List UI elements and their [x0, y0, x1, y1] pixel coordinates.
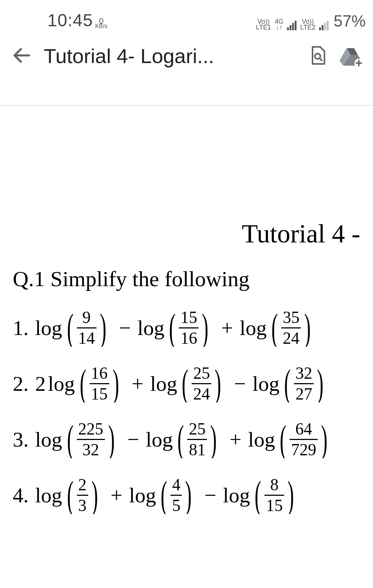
back-icon[interactable]	[11, 44, 33, 68]
log-term: −log(815)	[199, 476, 297, 514]
battery-percent: 57%	[334, 12, 366, 30]
question-heading: Q.1 Simplify the following	[13, 266, 360, 292]
divider	[0, 105, 373, 106]
volte2-bot: LTE2	[300, 24, 315, 30]
network-4g-indicator: 4G ↓↑	[275, 19, 283, 30]
data-rate-unit: KB/s	[95, 24, 107, 29]
svg-line-2	[320, 58, 322, 60]
log-term: −log(2581)	[122, 421, 220, 458]
log-term: −log(3227)	[229, 365, 327, 402]
item-number: 3.	[13, 427, 29, 452]
item-number: 2.	[13, 371, 29, 396]
log-term: +log(64729)	[224, 421, 331, 458]
network-arrows: ↓↑	[276, 24, 282, 30]
question-item: 2.2log(1615)+log(2524)−log(3227)	[13, 365, 360, 402]
question-item: 4.log(23)+log(45)−log(815)	[13, 476, 360, 514]
status-left: 10:45 0 KB/s	[47, 10, 107, 30]
question-item: 3.log(22532)−log(2581)+log(64729)	[13, 421, 360, 458]
status-clock: 10:45	[47, 10, 93, 30]
volte2-indicator: Vo)) LTE2	[300, 19, 315, 30]
drive-add-icon[interactable]	[339, 46, 362, 66]
log-term: −log(1516)	[114, 309, 212, 347]
find-in-document-icon[interactable]	[307, 45, 328, 67]
volte1-bot: LTE1	[256, 24, 271, 30]
app-bar: Tutorial 4- Logari...	[0, 33, 373, 82]
log-term: log(22532)	[35, 421, 118, 458]
question-item: 1.log(914)−log(1516)+log(3524)	[13, 309, 360, 347]
log-term: +log(45)	[106, 476, 195, 514]
volte1-indicator: Vo)) LTE1	[256, 19, 271, 30]
signal-sim1-icon	[287, 20, 297, 30]
status-right: Vo)) LTE1 4G ↓↑ Vo)) LTE2 57%	[256, 12, 366, 30]
document-body: Tutorial 4 - Q.1 Simplify the following …	[0, 219, 373, 514]
log-term: log(23)	[35, 476, 101, 514]
log-term: +log(2524)	[127, 365, 225, 402]
status-bar: 10:45 0 KB/s Vo)) LTE1 4G ↓↑ Vo)) LTE2 5…	[0, 0, 373, 33]
tutorial-heading: Tutorial 4 -	[13, 219, 360, 249]
log-term: 2log(1615)	[35, 365, 122, 402]
item-number: 4.	[13, 483, 29, 507]
log-term: +log(3524)	[216, 309, 314, 347]
status-data-rate: 0 KB/s	[95, 18, 107, 29]
signal-sim2-icon	[319, 20, 329, 30]
log-term: log(914)	[35, 309, 110, 347]
item-number: 1.	[13, 316, 29, 340]
page-title: Tutorial 4- Logari...	[44, 44, 297, 68]
